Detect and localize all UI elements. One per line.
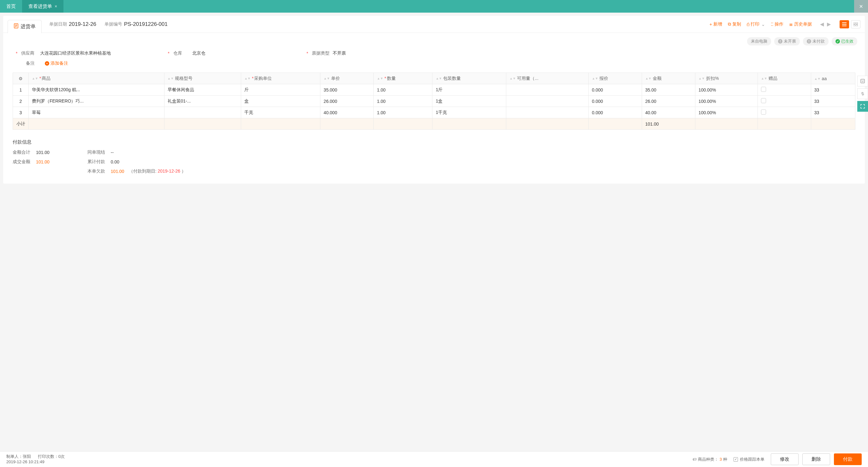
cell-price: 35.000: [320, 84, 374, 96]
cell-idx: 2: [13, 96, 29, 107]
prev-icon[interactable]: ◀: [820, 21, 824, 27]
info-icon: !: [778, 39, 782, 43]
col-aa[interactable]: ▲▼aa: [811, 73, 855, 84]
checkbox-icon[interactable]: [761, 98, 766, 103]
badge-effective: ✓已生效: [832, 37, 857, 45]
required-mark: *: [307, 51, 308, 56]
col-gift[interactable]: ▲▼赠品: [757, 73, 811, 84]
col-discount[interactable]: ▲▼折扣%: [695, 73, 758, 84]
col-unit[interactable]: ▲▼*采购单位: [241, 73, 320, 84]
sort-icon: ▲▼: [244, 77, 251, 79]
chevron-down-icon: ⌄: [761, 22, 765, 27]
col-price[interactable]: ▲▼单价: [320, 73, 374, 84]
view-list-button[interactable]: [840, 20, 849, 28]
col-spec[interactable]: ▲▼规格型号: [164, 73, 241, 84]
cell-spec: 早餐休闲食品: [164, 84, 241, 96]
cell-gift: [757, 96, 811, 107]
supplier-label: 供应商: [21, 51, 37, 56]
window-close-button[interactable]: ×: [854, 0, 868, 12]
ops-button[interactable]: ⁚⁚操作: [771, 22, 783, 27]
field-invoice-type: * 票据类型 不开票: [307, 51, 346, 56]
print-icon: ⎙: [747, 22, 749, 27]
cell-product: 草莓: [29, 107, 164, 118]
cell-discount: 100.00%: [695, 84, 758, 96]
copy-button[interactable]: ⧉复制: [728, 22, 741, 27]
doc-actions: +新增 ⧉复制 ⎙打印⌄ ⁚⁚操作 ≣历史单据 ◀ ▶: [710, 20, 861, 28]
plus-circle-icon: +: [45, 61, 49, 66]
badge-no-invoice: !未开票: [774, 37, 800, 45]
pay-owed: 本单欠款 101.00 （付款到期日: 2019-12-26 ）: [87, 168, 186, 174]
svg-rect-1: [854, 22, 855, 24]
badge-unpaid: !未付款: [803, 37, 829, 45]
copy-icon: ⧉: [728, 22, 731, 27]
doc-header: 进货单 单据日期 2019-12-26 单据编号 PS-20191226-001…: [3, 16, 865, 33]
print-button[interactable]: ⎙打印⌄: [747, 22, 765, 27]
col-pack[interactable]: ▲▼包装数量: [432, 73, 506, 84]
cell-qty: 1.00: [374, 96, 432, 107]
cell-gift: [757, 84, 811, 96]
pay-cash: 同单现结 --: [87, 150, 186, 155]
nav-arrows: ◀ ▶: [820, 21, 831, 27]
cell-amount: 40.00: [642, 107, 695, 118]
cell-price: 26.000: [320, 96, 374, 107]
cell-quote: 0.000: [589, 107, 642, 118]
check-icon: ✓: [836, 39, 840, 43]
items-table-wrap: ⚙ ▲▼*商品 ▲▼规格型号 ▲▼*采购单位 ▲▼单价 ▲▼*数量 ▲▼包装数量…: [3, 69, 865, 136]
cell-quote: 0.000: [589, 96, 642, 107]
rail-expand-button[interactable]: [857, 101, 868, 112]
cell-unit: 千克: [241, 107, 320, 118]
invoice-type-value: 不开票: [333, 51, 346, 56]
add-remark-button[interactable]: + 添加备注: [45, 61, 68, 66]
checkbox-icon[interactable]: [761, 110, 766, 115]
payment-section: 付款信息 金额合计 101.00 成交金额 101.00 同单现结 -- 累计付…: [3, 136, 865, 184]
cell-spec: 礼盒装01-...: [164, 96, 241, 107]
sort-icon: ▲▼: [436, 77, 442, 79]
cell-unit: 斤: [241, 84, 320, 96]
svg-rect-4: [856, 25, 858, 26]
close-icon[interactable]: ×: [55, 4, 57, 9]
svg-point-7: [863, 80, 864, 81]
rail-notes-button[interactable]: [857, 76, 868, 87]
col-avail[interactable]: ▲▼可用量（...: [506, 73, 589, 84]
tab-home[interactable]: 首页: [0, 0, 22, 12]
form-row-2: 备注 + 添加备注: [3, 59, 865, 69]
add-button[interactable]: +新增: [710, 22, 722, 27]
checkbox-icon[interactable]: [761, 87, 766, 92]
col-amount[interactable]: ▲▼金额: [642, 73, 695, 84]
cell-amount: 35.00: [642, 84, 695, 96]
supplier-value: 大连花园口经济区景和水果种植基地: [40, 51, 111, 56]
cell-avail: [506, 84, 589, 96]
cell-product: 华美华夫软饼1200g 糕...: [29, 84, 164, 96]
cell-avail: [506, 96, 589, 107]
cell-quote: 0.000: [589, 84, 642, 96]
svg-rect-2: [856, 22, 858, 24]
col-product[interactable]: ▲▼*商品: [29, 73, 164, 84]
sort-icon: ▲▼: [323, 77, 330, 79]
field-supplier: * 供应商 大连花园口经济区景和水果种植基地: [16, 51, 111, 56]
cell-aa: 33: [811, 96, 855, 107]
table-header-row: ⚙ ▲▼*商品 ▲▼规格型号 ▲▼*采购单位 ▲▼单价 ▲▼*数量 ▲▼包装数量…: [13, 73, 856, 84]
pay-total: 金额合计 101.00: [12, 150, 50, 155]
subtotal-label: 小计: [13, 118, 29, 130]
rail-link-button[interactable]: [857, 88, 868, 99]
pay-due: （付款到期日: 2019-12-26 ）: [129, 168, 186, 174]
doc-tab-label: 进货单: [21, 23, 36, 30]
doc-tab[interactable]: 进货单: [7, 20, 42, 33]
sort-icon: ▲▼: [167, 77, 174, 79]
next-icon[interactable]: ▶: [827, 21, 831, 27]
history-button[interactable]: ≣历史单据: [789, 22, 812, 27]
history-icon: ≣: [789, 22, 793, 27]
grid-icon: ⁚⁚: [771, 22, 773, 27]
tab-current[interactable]: 查看进货单 ×: [22, 0, 63, 12]
cell-qty: 1.00: [374, 84, 432, 96]
table-row[interactable]: 2 费列罗（FERRERO）巧... 礼盒装01-... 盒 26.000 1.…: [13, 96, 856, 107]
view-detail-button[interactable]: [851, 20, 861, 28]
table-row[interactable]: 1 华美华夫软饼1200g 糕... 早餐休闲食品 斤 35.000 1.00 …: [13, 84, 856, 96]
sort-icon: ▲▼: [761, 77, 767, 79]
form-row-1: * 供应商 大连花园口经济区景和水果种植基地 * 仓库 北京仓 * 票据类型 不…: [3, 45, 865, 59]
col-quote[interactable]: ▲▼报价: [589, 73, 642, 84]
table-row[interactable]: 3 草莓 千克 40.000 1.00 1千克 0.000 40.00 100.…: [13, 107, 856, 118]
col-qty[interactable]: ▲▼*数量: [374, 73, 432, 84]
subtotal-row: 小计 101.00: [13, 118, 856, 130]
col-settings[interactable]: ⚙: [13, 73, 29, 84]
